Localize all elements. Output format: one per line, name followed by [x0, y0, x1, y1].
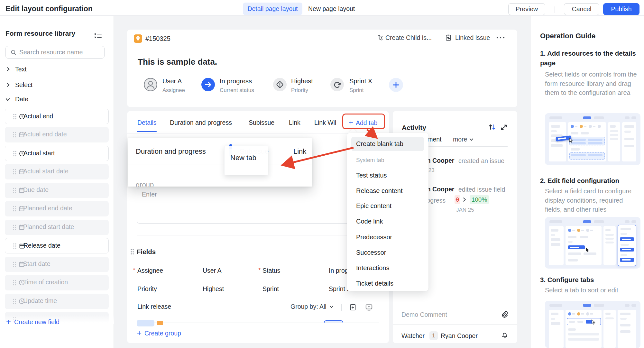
field-label[interactable]: Status	[262, 267, 280, 274]
field-item-release-date[interactable]: Release date	[5, 238, 109, 253]
linked-issue-label: Linked issue	[455, 34, 490, 41]
tab-new-page-layout[interactable]: New page layout	[308, 3, 355, 15]
section-divider	[137, 235, 379, 235]
comment-input[interactable]: Demo Comment	[401, 311, 447, 318]
field-item-label: Actual start date	[23, 164, 69, 179]
field-item-label: Release date	[23, 238, 60, 253]
cancel-button[interactable]: Cancel	[564, 3, 599, 15]
paperclip-icon[interactable]	[501, 310, 508, 318]
field-item-label: Actual start	[23, 146, 55, 160]
header-divider	[555, 6, 555, 13]
overlay-group-label: group	[136, 181, 154, 187]
more-actions-icon[interactable]	[495, 35, 506, 40]
cursor-icon	[569, 138, 573, 143]
tab-details[interactable]: Details	[137, 119, 157, 126]
feed-timestamp: JAN 25	[456, 207, 474, 213]
create-new-field-label: Create new field	[14, 318, 60, 326]
guide-step-heading: 3. Configure tabs	[540, 275, 637, 285]
expand-icon[interactable]	[501, 124, 507, 131]
issue-id: #150325	[145, 35, 170, 42]
card-filter-icon[interactable]	[365, 304, 373, 311]
overlay-tab-duration: Duration and progress	[136, 147, 206, 156]
drag-preview-overlay: Duration and progress Subissue Link grou…	[128, 138, 312, 187]
menu-item-label: Create blank tab	[356, 140, 403, 148]
watcher-label: Watcher	[401, 332, 425, 340]
bell-icon[interactable]	[501, 331, 508, 339]
field-item-label: Due date	[23, 183, 49, 197]
field-item-update-time[interactable]: Update time	[5, 294, 109, 309]
menu-item-interactions[interactable]: Interactions	[356, 261, 389, 275]
clipped-pill-blue	[324, 320, 343, 323]
chevron-right-icon	[462, 197, 467, 202]
tab-subissue[interactable]: Subissue	[249, 119, 274, 126]
field-item-label: Start date	[23, 257, 51, 271]
section-label: Select	[15, 81, 32, 88]
collapse-panel-icon[interactable]	[94, 32, 102, 40]
field-item-time-of-creation[interactable]: Time of creation	[5, 275, 109, 290]
tab-more[interactable]: more	[453, 136, 467, 143]
search-input[interactable]: Search resource name	[5, 46, 105, 59]
feed-action: created an issue	[458, 157, 504, 164]
dragged-new-tab[interactable]: New tab	[224, 146, 268, 175]
clipped-chip-orange	[157, 321, 163, 325]
menu-section-label: System tab	[356, 157, 384, 163]
menu-item-successor[interactable]: Successor	[356, 245, 386, 260]
search-icon	[10, 49, 17, 56]
field-value[interactable]: Highest	[203, 285, 224, 293]
menu-item-predecessor[interactable]: Predecessor	[356, 230, 392, 244]
attribute-label: Sprint	[349, 87, 363, 94]
group-box-divider	[137, 323, 379, 323]
chevron-down-icon	[5, 97, 10, 102]
field-item-planned-end-date[interactable]: Planned end date	[5, 201, 109, 216]
guide-step-heading: 2. Edit field configuration	[540, 176, 637, 186]
watcher-name: Ryan Cooper	[441, 332, 478, 340]
menu-item-epic-content[interactable]: Epic content	[356, 199, 391, 213]
guide-step-description: Select a field card to configure display…	[545, 187, 639, 214]
edit-layout-configuration-page: Edit layout configuration Detail page la…	[0, 0, 644, 348]
field-item-label: Actual end date	[23, 127, 67, 142]
field-label[interactable]: Assignee	[137, 267, 163, 274]
tab-link[interactable]: Link	[289, 119, 300, 126]
field-item-actual-start[interactable]: Actual start	[5, 146, 109, 161]
field-label[interactable]: Link release	[137, 303, 171, 310]
add-attribute-button[interactable]	[389, 78, 403, 92]
field-item-label: Planned end date	[23, 201, 72, 215]
guide-step-description: Select fields or controls from the form …	[545, 70, 639, 97]
field-item-start-date[interactable]: Start date	[5, 257, 109, 272]
tab-link-wil[interactable]: Link Wil	[314, 119, 336, 126]
clipboard-add-icon[interactable]	[349, 303, 356, 311]
guide-step-heading: 1. Add resources to the details page	[540, 49, 637, 68]
group-by-selector[interactable]: Group by: All	[290, 303, 327, 310]
sidebar-title: Form resource library	[5, 30, 75, 37]
cursor-icon	[591, 319, 596, 325]
drag-handle-icon[interactable]	[130, 249, 134, 255]
field-item-actual-end-date[interactable]: Actual end date	[5, 127, 109, 142]
feed-action: edited issue field	[458, 186, 505, 193]
menu-item-code-link[interactable]: Code link	[356, 214, 383, 228]
menu-item-release-content[interactable]: Release content	[356, 184, 403, 198]
field-item-planned-start-date[interactable]: Planned start date	[5, 220, 109, 235]
create-group-label: Create group	[144, 330, 181, 337]
tab-duration[interactable]: Duration and progress	[170, 119, 232, 126]
menu-item-test-status[interactable]: Test status	[356, 168, 387, 182]
menu-item-create-blank-tab[interactable]: Create blank tab	[351, 137, 424, 151]
tab-detail-page-layout[interactable]: Detail page layout	[243, 3, 302, 15]
group-textarea[interactable]: Enter	[137, 188, 379, 224]
status-arrow-icon	[201, 78, 215, 91]
field-label[interactable]: Sprint	[262, 285, 279, 293]
field-value[interactable]: User A	[203, 267, 222, 274]
preview-button[interactable]: Preview	[508, 3, 545, 15]
sort-icon[interactable]	[488, 124, 496, 130]
menu-item-ticket-details[interactable]: Ticket details	[356, 276, 393, 290]
field-item-actual-start-date[interactable]: Actual start date	[5, 164, 109, 179]
textarea-placeholder: Enter	[142, 191, 157, 198]
old-value-chip: 0	[455, 195, 460, 204]
field-label[interactable]: Priority	[137, 285, 157, 293]
active-tab-underline	[137, 131, 157, 132]
field-item-label: Actual end	[23, 109, 53, 124]
field-item-due-date[interactable]: Due date	[5, 183, 109, 198]
publish-button[interactable]: Publish	[603, 3, 639, 15]
field-item-actual-end[interactable]: Actual end	[5, 109, 109, 124]
sprint-icon	[330, 78, 344, 91]
chevron-down-icon	[469, 138, 474, 142]
